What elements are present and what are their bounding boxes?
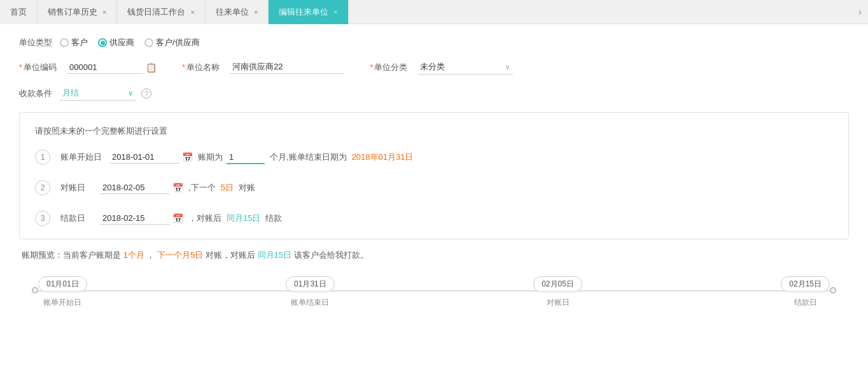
timeline-wrapper: 01月01日 账单开始日 01月31日 账单结束日 02月05日 对账日: [19, 276, 849, 308]
timeline-date-3: 02月05日: [542, 279, 574, 288]
tab-sales-history-label: 销售订单历史: [48, 6, 97, 18]
radio-supplier-circle: [98, 38, 107, 47]
radio-supplier-label: 供应商: [109, 37, 134, 48]
setting-row-3: 3 结款日 📅 ，对账后 同月15日 结款: [35, 211, 833, 226]
timeline-label-1: 账单开始日: [43, 297, 81, 308]
radio-both-circle: [144, 38, 153, 47]
tab-sales-history[interactable]: 销售订单历史 ×: [38, 0, 117, 24]
radio-customer-label: 客户: [71, 37, 88, 48]
tab-partner-units-label: 往来单位: [216, 6, 249, 18]
period-input[interactable]: [227, 151, 265, 164]
payment-date-calendar-icon[interactable]: 📅: [172, 213, 183, 223]
payment-terms-help-icon[interactable]: ?: [141, 88, 151, 99]
radio-customer[interactable]: 客户: [60, 37, 88, 48]
timeline-label-2: 账单结束日: [291, 297, 329, 308]
timeline-date-4: 02月15日: [789, 279, 822, 288]
payment-date-input[interactable]: [100, 212, 170, 225]
tab-edit-partner[interactable]: 编辑往来单位 ×: [269, 0, 348, 24]
unit-info-row: * 单位编码 📋 * 单位名称 * 单位分类 未分类 ∨: [19, 60, 849, 74]
timeline-date-1: 01月01日: [46, 279, 79, 288]
period-suffix: 个月,账单结束日期为: [270, 151, 347, 163]
unit-type-row: 单位类型 客户 供应商 客户/供应商: [19, 37, 849, 48]
payment-terms-row: 收款条件 月结 ∨ ?: [19, 86, 849, 101]
unit-category-value: 未分类: [420, 61, 505, 73]
tab-home-label: 首页: [10, 6, 27, 18]
preview-part2: 下一个月5日: [157, 250, 203, 260]
timeline-date-2: 01月31日: [294, 279, 326, 288]
tab-home[interactable]: 首页: [0, 0, 38, 24]
radio-both-label: 客户/供应商: [156, 37, 200, 48]
unit-code-label: 单位编码: [24, 62, 57, 73]
timeline-badge-4: 02月15日: [781, 276, 830, 292]
setting-label-1: 账单开始日: [60, 151, 102, 163]
timeline-badge-2: 01月31日: [286, 276, 335, 292]
timeline-badge-1: 01月01日: [38, 276, 87, 292]
unit-name-item: * 单位名称: [182, 61, 344, 74]
reconcile-date-calendar-icon[interactable]: 📅: [172, 183, 183, 193]
timeline-points: 01月01日 账单开始日 01月31日 账单结束日 02月05日 对账日: [32, 276, 836, 308]
unit-category-dropdown[interactable]: 未分类 ∨: [417, 60, 513, 74]
payment-terms-dropdown[interactable]: 月结 ∨: [60, 86, 136, 101]
radio-both[interactable]: 客户/供应商: [144, 37, 200, 48]
setting-num-3: 3: [35, 211, 50, 226]
reconcile-date-input[interactable]: [100, 181, 170, 194]
main-content: 单位类型 客户 供应商 客户/供应商 * 单位编码 📋 * 单位名称: [0, 24, 868, 387]
tab-partner-units-close[interactable]: ×: [254, 8, 258, 16]
setting-label-3: 结款日: [60, 213, 92, 224]
timeline-badge-3: 02月05日: [533, 276, 582, 292]
unit-category-required: *: [370, 62, 373, 72]
reconcile-day-highlight: 5日: [221, 182, 234, 194]
payment-terms-arrow: ∨: [128, 88, 134, 97]
unit-code-input[interactable]: [67, 61, 143, 74]
timeline-point-4: 02月15日 结款日: [781, 276, 830, 308]
timeline-point-3: 02月05日 对账日: [533, 276, 582, 308]
radio-customer-circle: [60, 38, 69, 47]
setting-num-1: 1: [35, 150, 50, 165]
preview-part5: 该客户会给我打款。: [294, 250, 368, 260]
timeline-point-1: 01月01日 账单开始日: [38, 276, 87, 308]
unit-category-arrow: ∨: [505, 62, 510, 71]
start-date-calendar-icon[interactable]: 📅: [182, 152, 193, 162]
payment-terms-label: 收款条件: [19, 88, 52, 99]
payment-prefix: ，对账后: [188, 213, 221, 224]
tab-cash-workbench-close[interactable]: ×: [190, 8, 194, 16]
start-date-input[interactable]: [109, 151, 179, 164]
unit-category-label: 单位分类: [374, 62, 407, 73]
radio-supplier[interactable]: 供应商: [98, 37, 134, 48]
tab-more-button[interactable]: ›: [852, 6, 868, 18]
payment-suffix: 结款: [265, 213, 282, 224]
payment-day-highlight: 同月15日: [227, 213, 260, 224]
period-prefix-label: 账期为: [198, 151, 223, 163]
tab-partner-units[interactable]: 往来单位 ×: [206, 0, 269, 24]
unit-type-radio-group: 客户 供应商 客户/供应商: [60, 37, 200, 48]
setting-row-1: 1 账单开始日 📅 账期为 个月,账单结束日期为 2018年01月31日: [35, 150, 833, 165]
timeline-point-2: 01月31日 账单结束日: [286, 276, 335, 308]
reconcile-prefix: ,下一个: [188, 182, 216, 194]
tab-sales-history-close[interactable]: ×: [102, 8, 106, 16]
setting-row-2: 2 对账日 📅 ,下一个 5日 对账: [35, 180, 833, 195]
preview-part4: 同月15日: [258, 250, 291, 260]
unit-name-input[interactable]: [230, 61, 344, 74]
reconcile-suffix: 对账: [239, 182, 255, 194]
timeline-label-4: 结款日: [794, 297, 817, 308]
preview-section: 账期预览：当前客户账期是 1个月 ， 下一个月5日 对账，对账后 同月15日 该…: [19, 250, 849, 261]
settings-title: 请按照未来的一个完整帐期进行设置: [35, 125, 833, 137]
timeline-label-3: 对账日: [547, 297, 570, 308]
unit-name-required: *: [182, 62, 185, 72]
unit-category-item: * 单位分类 未分类 ∨: [370, 60, 513, 74]
tab-cash-workbench-label: 钱货日清工作台: [127, 6, 185, 18]
unit-code-calendar-icon[interactable]: 📋: [146, 62, 157, 73]
unit-name-label: 单位名称: [186, 62, 220, 73]
tab-bar: 首页 销售订单历史 × 钱货日清工作台 × 往来单位 × 编辑往来单位 × ›: [0, 0, 868, 24]
billing-end-date: 2018年01月31日: [352, 151, 414, 163]
tab-cash-workbench[interactable]: 钱货日清工作台 ×: [117, 0, 205, 24]
unit-code-item: * 单位编码 📋: [19, 61, 157, 74]
setting-label-2: 对账日: [60, 182, 92, 194]
preview-comma1: ，: [146, 250, 155, 260]
unit-type-label: 单位类型: [19, 37, 52, 48]
preview-part3: 对账，对账后: [206, 250, 255, 260]
preview-part1: 1个月: [123, 250, 144, 260]
tab-edit-partner-close[interactable]: ×: [333, 8, 337, 16]
settings-box: 请按照未来的一个完整帐期进行设置 1 账单开始日 📅 账期为 个月,账单结束日期…: [19, 112, 849, 239]
payment-terms-value: 月结: [62, 87, 125, 99]
